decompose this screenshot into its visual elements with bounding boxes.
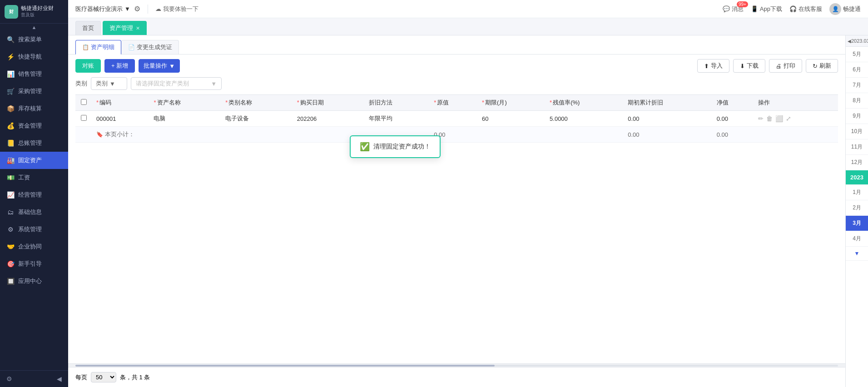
calendar-month-5月[interactable]: 5月 [846, 47, 868, 62]
filter-category-current[interactable]: 类别 ▼ [91, 77, 127, 90]
asset-table-wrapper: *编码 *资产名称 *类别名称 *购买日期 折旧方法 *原值 *期限(月) *残… [68, 94, 845, 363]
print-icon: 🖨 [776, 63, 782, 69]
cloud-icon: ☁ [155, 5, 161, 12]
more-icon[interactable]: ⤢ [786, 115, 791, 122]
sidebar-item-operations[interactable]: 📈经营管理 [0, 186, 68, 203]
delete-icon[interactable]: 🗑 [766, 115, 773, 122]
sidebar-item-enterprise[interactable]: 🤝企业协同 [0, 238, 68, 255]
select-all-checkbox[interactable] [81, 99, 87, 105]
sub-tab-icon-asset-detail: 📋 [82, 44, 89, 50]
sidebar-item-system[interactable]: ⚙系统管理 [0, 221, 68, 238]
sidebar-item-inventory[interactable]: 📦库存核算 [0, 100, 68, 117]
sub-tab-change-voucher[interactable]: 📄变更生成凭证 [121, 40, 179, 54]
sidebar-item-label-ledger: 总账管理 [18, 139, 42, 147]
sidebar-item-ledger[interactable]: 📒总账管理 [0, 134, 68, 152]
calendar-expand-icon[interactable]: ◀ [848, 39, 851, 44]
sidebar-item-search[interactable]: 🔍搜索菜单 [0, 31, 68, 48]
basic-info-icon: 🗂 [6, 208, 15, 216]
sidebar-item-sales[interactable]: 📊销售管理 [0, 65, 68, 83]
horizontal-scrollbar[interactable] [68, 363, 845, 367]
sidebar-item-label-operations: 经营管理 [18, 191, 42, 199]
sidebar-item-label-search: 搜索菜单 [18, 35, 42, 44]
calendar-month-1月[interactable]: 1月 [846, 185, 868, 200]
experience-text: 我要体验一下 [163, 5, 198, 13]
calendar-month-12月[interactable]: 12月 [846, 155, 868, 170]
calendar-month-8月[interactable]: 8月 [846, 93, 868, 109]
calendar-month-7月[interactable]: 7月 [846, 78, 868, 93]
user-menu[interactable]: 👤 畅捷通 [829, 3, 861, 15]
sidebar-item-app-center[interactable]: 🔲应用中心 [0, 273, 68, 290]
sidebar-item-label-capital: 资金管理 [18, 122, 42, 130]
capital-icon: 💰 [6, 122, 15, 130]
messages-count: 99+ [737, 1, 748, 7]
success-toast: ✅ 清理固定资产成功！ [350, 135, 441, 158]
import-icon: ⬆ [704, 63, 709, 69]
print-btn[interactable]: 🖨 打印 [769, 59, 802, 73]
collapse-footer-icon[interactable]: ◀ [57, 375, 62, 382]
reconcile-btn[interactable]: 对账 [75, 59, 101, 73]
sub-tab-asset-detail[interactable]: 📋资产明细 [75, 40, 121, 55]
logo-text: 畅捷通好业财 [21, 5, 54, 12]
app-download-btn[interactable]: 📱 App下载 [751, 5, 782, 13]
sidebar-item-capital[interactable]: 💰资金管理 [0, 117, 68, 134]
sub-tab-label-change-voucher: 变更生成凭证 [137, 43, 172, 51]
calendar-month-3月[interactable]: 3月 [846, 216, 868, 231]
calendar-month-4月[interactable]: 4月 [846, 231, 868, 247]
sidebar-item-quick-nav[interactable]: ⚡快捷导航 [0, 48, 68, 65]
new-btn[interactable]: + 新增 [104, 59, 135, 73]
topbar: 医疗器械行业演示 ▼ ⚙ ☁ 我要体验一下 💬 消息 99+ 📱 App下载 🎧… [68, 0, 868, 18]
calendar-month-11月[interactable]: 11月 [846, 139, 868, 155]
experience-btn[interactable]: ☁ 我要体验一下 [155, 5, 198, 13]
filter-category-arrow: ▼ [109, 80, 115, 87]
tab-close-asset-mgmt[interactable]: ✕ [136, 25, 140, 31]
tab-home[interactable]: 首页 [75, 21, 101, 35]
topbar-settings-icon[interactable]: ⚙ [134, 5, 140, 13]
row-actions: ✏ 🗑 ⬜ ⤢ [754, 111, 838, 127]
online-service-btn[interactable]: 🎧 在线客服 [789, 5, 822, 13]
row-checkbox-cell [75, 111, 92, 127]
sub-tab-label-asset-detail: 资产明细 [91, 43, 114, 51]
toolbar-right: ⬆ 导入 ⬇ 下载 🖨 打印 ↻ 刷新 [697, 59, 838, 73]
sidebar-item-guide[interactable]: 🎯新手引导 [0, 255, 68, 273]
refresh-btn[interactable]: ↻ 刷新 [806, 59, 838, 73]
sidebar-item-purchase[interactable]: 🛒采购管理 [0, 83, 68, 100]
th-residual-rate: *残值率(%) [545, 95, 623, 111]
sidebar-scroll-up[interactable]: ▲ [0, 24, 68, 31]
company-selector[interactable]: 医疗器械行业演示 ▼ [75, 5, 130, 13]
search-icon: 🔍 [6, 35, 15, 44]
calendar-month-2月[interactable]: 2月 [846, 200, 868, 216]
per-page-select[interactable]: 50 100 [91, 372, 116, 382]
sidebar-item-fixed-assets[interactable]: 🏭固定资产 [0, 152, 68, 169]
calendar-month-10月[interactable]: 10月 [846, 124, 868, 139]
batch-ops-label: 批量操作 [144, 62, 167, 70]
sidebar-item-basic-info[interactable]: 🗂基础信息 [0, 203, 68, 221]
row-checkbox-1[interactable] [81, 115, 87, 121]
edit-icon[interactable]: ✏ [758, 115, 764, 122]
tab-label-asset-mgmt: 资产管理 [109, 25, 133, 31]
settings-footer-icon[interactable]: ⚙ [6, 375, 12, 382]
subtotal-row: 🔖 本页小计： 0.00 0.00 0.00 [75, 127, 838, 143]
download-btn[interactable]: ⬇ 下载 [733, 59, 765, 73]
batch-ops-btn[interactable]: 批量操作 ▼ [139, 59, 180, 73]
subtotal-accumulated: 0.00 [623, 127, 712, 143]
toolbar: 对账 + 新增 批量操作 ▼ ⬆ 导入 ⬇ 下载 [68, 55, 845, 77]
tabs-bar: 首页资产管理✕ [68, 18, 868, 35]
messages-btn[interactable]: 💬 消息 99+ [723, 5, 744, 13]
calendar-month-6月[interactable]: 6月 [846, 62, 868, 78]
filter-category-input[interactable]: 请选择固定资产类别 ▼ [131, 77, 222, 90]
row-net-value: 0.00 [712, 111, 754, 127]
scroll-track [75, 365, 838, 367]
calendar-down-arrow[interactable]: ▼ [846, 247, 868, 261]
sidebar: 财 畅捷通好业财 普及版 ▲ 🔍搜索菜单⚡快捷导航📊销售管理🛒采购管理📦库存核算… [0, 0, 68, 387]
sidebar-item-payroll[interactable]: 💵工资 [0, 169, 68, 186]
tab-asset-mgmt[interactable]: 资产管理✕ [103, 21, 147, 35]
batch-ops-arrow: ▼ [169, 63, 175, 69]
inventory-icon: 📦 [6, 104, 15, 113]
row-purchase-date: 202206 [293, 111, 364, 127]
new-label: + 新增 [111, 62, 128, 70]
calendar-month-9月[interactable]: 9月 [846, 109, 868, 124]
sidebar-item-label-purchase: 采购管理 [18, 87, 42, 95]
copy-icon[interactable]: ⬜ [775, 115, 783, 122]
import-btn[interactable]: ⬆ 导入 [697, 59, 729, 73]
th-original-value: *原值 [429, 95, 477, 111]
